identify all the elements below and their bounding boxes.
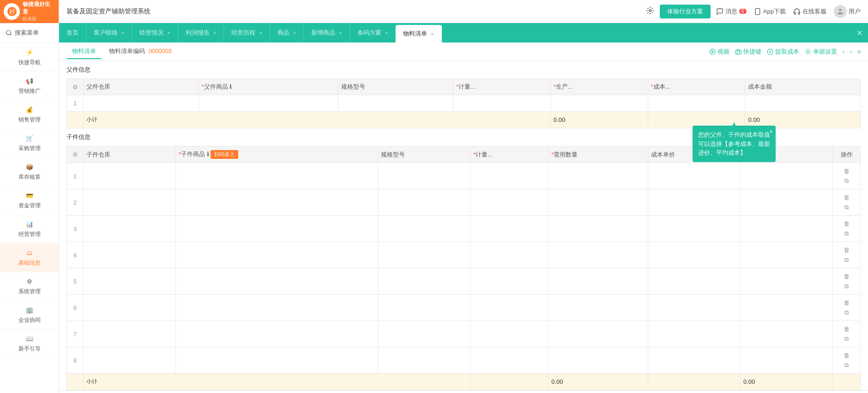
sidebar-item-inventory[interactable]: 📦 库存核算 (0, 157, 59, 186)
child-row-8-unit-cost[interactable] (648, 347, 740, 374)
child-row-6-unit[interactable] (470, 295, 549, 321)
extract-cost-button[interactable]: 提取成本 (767, 48, 799, 56)
sidebar-item-purchase[interactable]: 🛒 采购管理 (0, 129, 59, 157)
nav-prev-button[interactable]: ‹ (843, 48, 844, 55)
child-row-4-copy-icon[interactable]: ⧉ (842, 255, 852, 265)
sidebar-item-guide[interactable]: 📖 新手引导 (0, 329, 59, 358)
child-row-1-unit[interactable] (470, 163, 549, 189)
child-row-3-warehouse[interactable] (84, 216, 176, 242)
app-download-button[interactable]: App下载 (754, 7, 786, 16)
child-row-7-amount[interactable] (740, 321, 832, 347)
user-area[interactable]: 用户 (834, 5, 861, 18)
child-row-6-amount[interactable] (740, 295, 832, 321)
child-row-7-unit-cost[interactable] (648, 321, 740, 347)
child-row-2-unit[interactable] (470, 189, 549, 216)
sidebar-item-operations[interactable]: 📊 经营管理 (0, 215, 59, 243)
tab-home[interactable]: 首页 (59, 23, 86, 42)
child-row-1-quantity[interactable] (549, 163, 648, 189)
try-industry-button[interactable]: 体验行业方案 (660, 5, 711, 18)
child-row-2-spec[interactable] (378, 189, 470, 216)
child-row-2-quantity[interactable] (549, 189, 648, 216)
child-row-4-warehouse[interactable] (84, 242, 176, 268)
child-row-3-copy-icon[interactable]: ⧉ (842, 229, 852, 239)
parent-row-1-cost[interactable] (648, 95, 745, 112)
child-row-4-spec[interactable] (378, 242, 470, 268)
message-button[interactable]: 消息 6 (716, 7, 747, 16)
child-row-5-copy-icon[interactable]: ⧉ (842, 281, 852, 291)
child-row-5-amount[interactable] (740, 268, 832, 295)
child-row-1-spec[interactable] (378, 163, 470, 189)
child-row-6-copy-icon[interactable]: ⧉ (842, 308, 852, 318)
child-row-2-amount[interactable] (740, 189, 832, 216)
tab-bom-close[interactable]: × (431, 31, 434, 36)
tab-bom[interactable]: 物料清单 × (396, 25, 441, 42)
sidebar-search-area[interactable]: 搜索菜单 (0, 23, 59, 43)
sidebar-item-finance[interactable]: 💳 资金管理 (0, 186, 59, 215)
child-row-3-delete-icon[interactable]: 🗑 (842, 218, 852, 229)
child-row-7-copy-icon[interactable]: ⧉ (842, 334, 852, 344)
child-row-1-warehouse[interactable] (84, 163, 176, 189)
child-row-5-warehouse[interactable] (84, 268, 176, 295)
tab-history[interactable]: 经营历程 × (224, 23, 270, 42)
child-col-settings[interactable]: ⚙ (67, 146, 84, 163)
tab-business-close[interactable]: × (167, 30, 170, 36)
child-row-3-quantity[interactable] (549, 216, 648, 242)
sub-tab-bom-list[interactable]: 物料清单 (66, 44, 102, 59)
child-row-8-goods[interactable] (176, 347, 378, 374)
child-row-3-unit-cost[interactable] (648, 216, 740, 242)
tab-customer[interactable]: 客户联络 × (86, 23, 132, 42)
sidebar-item-marketing[interactable]: 📢 营销推广 (0, 72, 59, 100)
sidebar-item-enterprise[interactable]: 🏢 企业协同 (0, 301, 59, 329)
child-row-4-amount[interactable] (740, 242, 832, 268)
child-row-1-goods[interactable] (176, 163, 378, 189)
child-row-7-warehouse[interactable] (84, 321, 176, 347)
tab-new-goods[interactable]: 新增商品 × (304, 23, 350, 42)
search-menu-button[interactable]: 搜索菜单 (4, 27, 55, 39)
child-row-1-unit-cost[interactable] (648, 163, 740, 189)
tab-new-goods-close[interactable]: × (339, 30, 342, 36)
sub-tab-bom-code[interactable]: 物料清单编码 0000005 (103, 44, 177, 59)
child-row-6-warehouse[interactable] (84, 295, 176, 321)
child-row-5-quantity[interactable] (549, 268, 648, 295)
tab-history-close[interactable]: × (259, 30, 262, 36)
child-row-2-warehouse[interactable] (84, 189, 176, 216)
sidebar-item-system[interactable]: ⚙ 系统管理 (0, 272, 59, 301)
parent-row-1-spec[interactable] (338, 95, 453, 112)
sidebar-item-basic-info[interactable]: 🗂 基础信息 (0, 243, 59, 272)
parent-row-1-produce[interactable] (550, 95, 648, 112)
tab-customer-close[interactable]: × (121, 30, 124, 36)
tab-profit-close[interactable]: × (213, 30, 216, 36)
child-row-4-goods[interactable] (176, 242, 378, 268)
child-row-1-copy-icon[interactable]: ⧉ (842, 176, 852, 186)
parent-row-1-amount[interactable] (745, 95, 861, 112)
child-row-6-delete-icon[interactable]: 🗑 (842, 297, 852, 308)
child-row-4-delete-icon[interactable]: 🗑 (842, 245, 852, 255)
sidebar-item-quick-nav[interactable]: ⚡ 快捷导航 (0, 43, 59, 72)
child-row-7-spec[interactable] (378, 321, 470, 347)
parent-row-1-goods[interactable] (199, 95, 338, 112)
settings-button[interactable] (646, 6, 654, 16)
child-row-6-spec[interactable] (378, 295, 470, 321)
grid-view-button[interactable]: ≡ (857, 48, 861, 55)
shortcut-button[interactable]: 快捷键 (735, 48, 761, 56)
parent-row-1-unit[interactable] (453, 95, 551, 112)
single-settings-button[interactable]: 单据设置 (805, 48, 837, 56)
nav-next-button[interactable]: › (850, 48, 852, 55)
sidebar-item-sales[interactable]: 💰 销售管理 (0, 100, 59, 129)
tab-barcode-close[interactable]: × (385, 30, 388, 36)
online-service-button[interactable]: 在线客服 (793, 7, 826, 16)
child-row-1-amount[interactable] (740, 163, 832, 189)
child-row-3-spec[interactable] (378, 216, 470, 242)
child-row-8-copy-icon[interactable]: ⧉ (842, 360, 852, 370)
child-row-2-unit-cost[interactable] (648, 189, 740, 216)
child-row-3-amount[interactable] (740, 216, 832, 242)
close-all-tabs[interactable]: ✕ (851, 29, 868, 37)
tab-profit[interactable]: 利润报告 × (178, 23, 224, 42)
child-row-6-goods[interactable] (176, 295, 378, 321)
tooltip-close-button[interactable]: × (770, 127, 773, 136)
child-row-3-goods[interactable] (176, 216, 378, 242)
child-row-3-unit[interactable] (470, 216, 549, 242)
child-row-5-unit[interactable] (470, 268, 549, 295)
child-row-7-unit[interactable] (470, 321, 549, 347)
parent-col-settings[interactable]: ⚙ (67, 79, 84, 95)
